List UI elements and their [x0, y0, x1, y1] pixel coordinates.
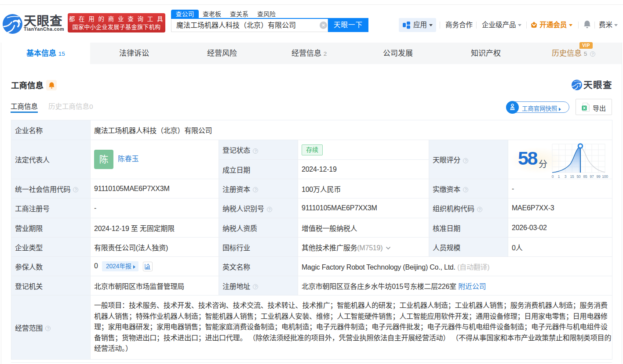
- svg-text:3: 3: [565, 174, 567, 179]
- svg-text:天眼查: 天眼查: [583, 80, 612, 90]
- svg-text:0: 0: [552, 174, 554, 179]
- svg-text:99: 99: [596, 174, 601, 179]
- svg-text:100: 100: [602, 174, 608, 179]
- svg-text:97: 97: [590, 174, 594, 179]
- svg-text:50: 50: [576, 174, 581, 179]
- svg-text:85: 85: [583, 174, 587, 179]
- svg-text:15: 15: [570, 174, 574, 179]
- svg-text:1: 1: [558, 174, 560, 179]
